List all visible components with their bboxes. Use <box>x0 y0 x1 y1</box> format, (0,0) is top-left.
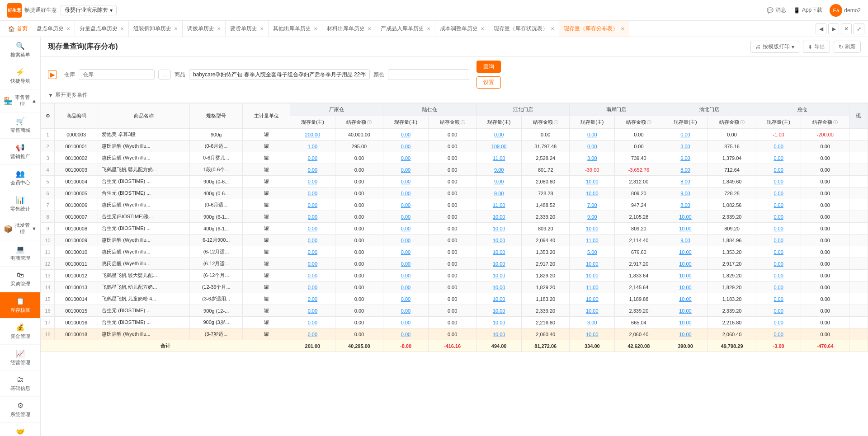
cell-yb-stock[interactable]: 9.00 <box>663 188 708 199</box>
tab-close-stock-dist[interactable]: ✕ <box>621 26 624 31</box>
tab-close-assembly[interactable]: ✕ <box>174 26 178 31</box>
lh-stock-link[interactable]: 0.00 <box>401 214 410 220</box>
sidebar-item-wholesale[interactable]: 📦 批发管理 ▼ <box>0 217 40 240</box>
cell-na-stock[interactable]: 11.00 <box>570 234 615 246</box>
print-btn[interactable]: 🖨 按模版打印 ▾ <box>750 41 799 53</box>
yb-stock-link[interactable]: 8.00 <box>680 167 690 173</box>
jb-amt-info-icon[interactable]: ⓘ <box>554 120 558 125</box>
cell-f-stock[interactable]: 0.00 <box>290 199 335 211</box>
lh-stock-link[interactable]: 0.00 <box>401 238 410 243</box>
cell-t-stock[interactable]: 0.00 <box>756 246 801 258</box>
lh-stock-link[interactable]: 0.00 <box>401 226 410 231</box>
cell-lh-stock[interactable]: 0.00 <box>383 176 429 188</box>
cell-t-stock[interactable]: 0.00 <box>756 270 801 281</box>
t-stock-link[interactable]: 0.00 <box>774 191 783 196</box>
cell-f-stock[interactable]: 0.00 <box>290 164 335 176</box>
tab-close-cost-adjust[interactable]: ✕ <box>481 26 484 31</box>
t-stock-link[interactable]: 0.00 <box>774 296 783 302</box>
cell-t-stock[interactable]: 0.00 <box>756 328 801 340</box>
cell-na-stock[interactable]: 9.00 <box>570 211 615 223</box>
na-stock-link[interactable]: 3.00 <box>587 320 597 325</box>
f-stock-link[interactable]: 0.00 <box>308 308 317 314</box>
f-amt-info-icon[interactable]: ⓘ <box>367 120 372 125</box>
sidebar-item-finance[interactable]: 💰 资金管理 <box>0 319 40 345</box>
tab-close-all-btn[interactable]: ✕ <box>841 23 852 34</box>
cell-t-stock[interactable]: 0.00 <box>756 188 801 199</box>
tab-close-sub-inventory[interactable]: ✕ <box>120 26 124 31</box>
sidebar-item-search[interactable]: 🔍 搜索英单 <box>0 37 40 63</box>
yb-stock-link[interactable]: 10.00 <box>679 296 692 302</box>
cell-lh-stock[interactable]: 0.00 <box>383 223 429 234</box>
cell-yb-stock[interactable]: 3.00 <box>663 141 708 152</box>
cell-yb-stock[interactable]: 8.00 <box>663 176 708 188</box>
tab-stock-status[interactable]: 现存量（库存状况表） ✕ <box>489 21 559 37</box>
cell-t-stock[interactable]: 0.00 <box>756 199 801 211</box>
cell-lh-stock[interactable]: 0.00 <box>383 293 429 305</box>
cell-t-stock[interactable]: 0.00 <box>756 211 801 223</box>
cell-na-stock[interactable]: 10.00 <box>570 223 615 234</box>
sidebar-item-retail-mgmt[interactable]: 🏪 零售管理 ▲ <box>0 89 40 113</box>
tab-stock-dist[interactable]: 现存量（库存分布表） ✕ <box>559 21 629 37</box>
tab-next-btn[interactable]: ▶ <box>828 23 839 34</box>
tab-product-in[interactable]: 产成品入库单历史 ✕ <box>376 21 435 37</box>
tab-expand-btn[interactable]: ⤢ <box>854 23 864 34</box>
yb-stock-link[interactable]: 10.00 <box>679 308 692 314</box>
cell-lh-stock[interactable]: 0.00 <box>383 281 429 293</box>
na-stock-link[interactable]: -39.00 <box>585 167 599 173</box>
color-input[interactable] <box>388 69 469 80</box>
lh-stock-link[interactable]: 0.00 <box>401 308 410 314</box>
lh-stock-link[interactable]: 0.00 <box>401 332 410 337</box>
sidebar-item-member[interactable]: 👥 会员中心 <box>0 165 40 191</box>
sidebar-item-basic[interactable]: 🗂 基础信息 <box>0 371 40 397</box>
f-stock-link[interactable]: 0.00 <box>308 273 317 278</box>
jb-stock-link[interactable]: 11.00 <box>493 155 505 161</box>
jb-stock-link[interactable]: 0.00 <box>494 132 504 137</box>
jb-stock-link[interactable]: 10.00 <box>493 332 505 337</box>
tab-material-out[interactable]: 材料出库单历史 ✕ <box>322 21 376 37</box>
cell-na-stock[interactable]: 10.00 <box>570 188 615 199</box>
cell-yb-stock[interactable]: 9.00 <box>663 234 708 246</box>
f-stock-link[interactable]: 0.00 <box>308 179 317 184</box>
na-amt-info-icon[interactable]: ⓘ <box>647 120 651 125</box>
cell-jb-stock[interactable]: 11.00 <box>476 199 522 211</box>
filter-more-btn[interactable]: ▼ 展开更多条件 <box>48 91 861 99</box>
jb-stock-link[interactable]: 9.00 <box>494 179 504 184</box>
cell-yb-stock[interactable]: 0.00 <box>663 129 708 141</box>
t-stock-link[interactable]: 0.00 <box>774 167 783 173</box>
t-stock-link[interactable]: 0.00 <box>774 285 783 290</box>
cell-lh-stock[interactable]: 0.00 <box>383 129 429 141</box>
warehouse-input[interactable] <box>79 69 155 80</box>
yb-stock-link[interactable]: 3.00 <box>680 144 690 149</box>
cell-jb-stock[interactable]: 10.00 <box>476 328 522 340</box>
cell-yb-stock[interactable]: 10.00 <box>663 258 708 270</box>
tab-home[interactable]: 🏠 首页 <box>4 21 32 37</box>
cell-lh-stock[interactable]: 0.00 <box>383 141 429 152</box>
lh-stock-link[interactable]: 0.00 <box>401 249 410 255</box>
cell-yb-stock[interactable]: 8.00 <box>663 164 708 176</box>
tab-purchase-order[interactable]: 要货单历史 ✕ <box>226 21 269 37</box>
cell-t-stock[interactable]: 0.00 <box>756 223 801 234</box>
jb-stock-link[interactable]: 10.00 <box>493 285 505 290</box>
lh-stock-link[interactable]: 0.00 <box>401 285 410 290</box>
app-download-btn[interactable]: 📱 App下载 <box>793 6 822 14</box>
jb-stock-link[interactable]: 10.00 <box>493 238 505 243</box>
cell-lh-stock[interactable]: 0.00 <box>383 152 429 164</box>
cell-lh-stock[interactable]: 0.00 <box>383 317 429 328</box>
cell-yb-stock[interactable]: 10.00 <box>663 305 708 317</box>
na-stock-link[interactable]: 0.00 <box>587 144 597 149</box>
cell-t-stock[interactable]: 0.00 <box>756 317 801 328</box>
jb-stock-link[interactable]: 11.00 <box>493 202 505 208</box>
t-stock-link[interactable]: 0.00 <box>774 249 783 255</box>
jb-stock-link[interactable]: 9.00 <box>494 167 504 173</box>
cell-t-stock[interactable]: 0.00 <box>756 281 801 293</box>
lh-stock-link[interactable]: 0.00 <box>401 144 410 149</box>
yb-stock-link[interactable]: 10.00 <box>679 226 692 231</box>
lh-stock-link[interactable]: 0.00 <box>401 320 410 325</box>
cell-na-stock[interactable]: 3.00 <box>570 317 615 328</box>
na-stock-link[interactable]: 10.00 <box>586 261 599 267</box>
na-stock-link[interactable]: 11.00 <box>586 238 599 243</box>
setting-btn[interactable]: 设置 <box>476 76 501 89</box>
cell-jb-stock[interactable]: 10.00 <box>476 211 522 223</box>
yb-stock-link[interactable]: 10.00 <box>679 320 692 325</box>
tab-other-out[interactable]: 其他出库单历史 ✕ <box>269 21 322 37</box>
